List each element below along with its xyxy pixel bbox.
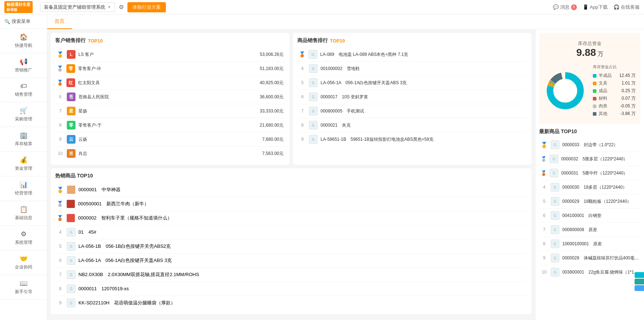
customer-ranking-table: 🥇 L LS 客户 53,006.26元 🥈 零 零售客户-许 51,183.0… [55, 48, 285, 160]
guide-icon: 📖 [20, 279, 28, 287]
chart-title: 库存资金占比 [593, 64, 636, 70]
product-image: G [551, 268, 559, 276]
product-image: G [67, 256, 76, 265]
list-item[interactable]: 9 G LA-59651-1B 59651-1B旋转投影灯电池盒ABS黑色+58… [297, 132, 527, 146]
silver-medal-icon: 🥈 [541, 156, 547, 162]
list-item[interactable]: 5 G 0000029 18颗粒板（1220*2440） [539, 194, 640, 209]
sidebar-label: 系统管理 [15, 239, 32, 246]
legend-item: 材料 0.07 万 [593, 95, 636, 102]
list-item[interactable]: 8 零 零售客户-于 21,680.00元 [55, 118, 285, 132]
sidebar-label: 销售管理 [15, 91, 32, 98]
list-item[interactable]: 8 G 0000021 夹克 [297, 118, 527, 132]
list-item[interactable]: 7 G NB2.0X30B 2.0X30MM双搓花轴,搓花直径2.1MM/ROH… [55, 268, 527, 282]
sidebar-item-basic[interactable]: 📋 基础信息 [0, 201, 47, 226]
phone-icon: 📱 [583, 4, 588, 10]
sidebar-item-quick-nav[interactable]: 🏠 快捷导航 [0, 29, 47, 53]
sidebar-item-cooperation[interactable]: 🤝 企业协同 [0, 250, 47, 275]
avatar: 肖 [67, 149, 76, 158]
list-item[interactable]: 🥉 G LA-089 电池盖 LA-089 ABS本色+黑种 7.1克 [297, 48, 527, 62]
sidebar-item-inventory[interactable]: 🏢 库存核算 [0, 127, 47, 152]
product-image: G [67, 284, 76, 293]
marketing-icon: 📢 [20, 58, 28, 66]
topbar: 畅捷通好生意 标准版 装备及固定资产辅助管理系统 ▼ ⚙ 体验行业方案 💬 消息… [0, 0, 644, 15]
sidebar-label: 资金管理 [15, 165, 32, 172]
list-item[interactable]: 9 G 0000028 体碱荔枝味苏打饮品400毫升（1*15） [539, 251, 640, 265]
sidebar-item-purchase[interactable]: 🛒 采购管理 [0, 102, 47, 127]
list-item[interactable]: 🥉 G 0000031 5厘中纤（1220*2440） [539, 166, 640, 180]
list-item[interactable]: 🥈 000500001 新西兰牛肉（新牛） [55, 197, 527, 211]
sidebar-label: 新手引导 [15, 289, 32, 295]
list-item[interactable]: 6 G 004100001 白钢垫 [539, 209, 640, 223]
list-item[interactable]: 4 G 001000002 雪地鞋 [297, 62, 527, 76]
hot-products-card: 热销商品 TOP10 🥇 0000001 中华神器 🥈 000500001 新西… [51, 168, 531, 314]
list-item[interactable]: 6 苍 苍南县人民医院 36,600.00元 [55, 90, 285, 104]
customer-service-button[interactable]: 客服热线 [635, 272, 644, 278]
system-selector[interactable]: 装备及固定资产辅助管理系统 ▼ [40, 3, 115, 12]
list-item[interactable]: 8 G 10000100001 原差 [539, 237, 640, 251]
list-item[interactable]: 10 G 003800001 22g鱼豆腐·烧烤味（1*12*20） [539, 265, 640, 279]
avatar: 云 [67, 135, 76, 144]
list-item[interactable]: 8 G 0000011 12070519-xs [55, 282, 527, 296]
sidebar-item-sales[interactable]: 🏷 销售管理 [0, 78, 47, 102]
app-download-button[interactable]: 📱 App下载 [583, 4, 608, 11]
legend-color [593, 74, 596, 78]
list-item[interactable]: 9 G KK-SD22110H 花语萌值温分腿睡袋（厚款） [55, 296, 527, 310]
list-item[interactable]: 🥈 零 零售客户-许 51,183.00元 [55, 62, 285, 76]
svg-point-6 [554, 80, 576, 102]
product-image: G [309, 107, 318, 115]
ranking-section: 客户销售排行 TOP10 🥇 L LS 客户 53,006.26元 [51, 33, 531, 165]
sidebar-item-marketing[interactable]: 📢 营销推广 [0, 53, 47, 78]
sidebar-item-system[interactable]: ⚙ 系统管理 [0, 226, 47, 250]
list-item[interactable]: 7 G 000800008 原差 [539, 223, 640, 237]
list-item[interactable]: 🥇 G 0000033 封边带（1.0*22） [539, 138, 640, 152]
legend-color [593, 112, 596, 116]
list-item[interactable]: 6 G LA-056-1A 056-1A白色按键开关盖ABS 3克 [55, 254, 527, 268]
product-ranking-table: 🥉 G LA-089 电池盖 LA-089 ABS本色+黑种 7.1克 4 G … [297, 48, 527, 146]
messages-button[interactable]: 💬 消息 6 [553, 4, 577, 11]
list-item[interactable]: 4 G 0000030 18多层（1220*2440） [539, 180, 640, 194]
list-item[interactable]: 🥇 L LS 客户 53,006.26元 [55, 48, 285, 62]
new-products-list: 🥇 G 0000033 封边带（1.0*22） 🥈 G 0000032 5厘多层… [539, 138, 640, 279]
customer-ranking-title: 客户销售排行 TOP10 [55, 37, 285, 44]
sidebar-item-operations[interactable]: 📊 经营管理 [0, 176, 47, 201]
list-item[interactable]: 9 云 云扬 7,680.00元 [55, 132, 285, 147]
logo: 畅捷通好生意 标准版 [4, 1, 33, 13]
avatar: 零 [66, 64, 75, 73]
product-image: G [551, 197, 559, 206]
trial-button[interactable]: 体验行业方案 [127, 2, 166, 12]
dashboard-main: 客户销售排行 TOP10 🥇 L LS 客户 53,006.26元 [47, 29, 535, 320]
search-menu[interactable]: 🔍 搜索菜单 [0, 15, 47, 29]
product-image: G [309, 78, 318, 87]
list-item[interactable]: 🥇 0000001 中华神器 [55, 183, 527, 197]
sidebar-item-guide[interactable]: 📖 新手引导 [0, 275, 47, 300]
hot-products-list: 🥇 0000001 中华神器 🥈 000500001 新西兰牛肉（新牛） 🥉 [55, 183, 527, 310]
dashboard: 客户销售排行 TOP10 🥇 L LS 客户 53,006.26元 [47, 29, 644, 320]
online-service-button[interactable]: 🎧 在线客服 [614, 4, 640, 11]
list-item[interactable]: 7 G 000800005 手机测试 [297, 104, 527, 118]
sidebar-label: 快捷导航 [15, 42, 32, 49]
tab-home[interactable]: 首页 [47, 15, 72, 29]
list-item[interactable]: 6 G 0000017 10S 变斜罗浆 [297, 90, 527, 104]
list-item[interactable]: 5 G LA-056-1A 056-1A白色按键开关盖ABS 3克 [297, 76, 527, 90]
live-button[interactable]: 直播 [635, 285, 644, 291]
product-image: G [67, 228, 76, 237]
product-image: G [67, 270, 76, 279]
inventory-summary-card: 库存总资金 9.88 万 [539, 33, 640, 124]
product-image: G [67, 242, 76, 251]
product-image [66, 214, 75, 222]
list-item[interactable]: 🥉 0000002 智利车子里（规格不知道填什么） [55, 211, 527, 225]
headset-icon: 🎧 [614, 4, 619, 10]
avatar: 星 [67, 107, 76, 115]
list-item[interactable]: 7 星 星扬 33,333.00元 [55, 104, 285, 118]
list-item[interactable]: 5 G LA-056-1B 056-1B白色按键开关壳ABS2克 [55, 239, 527, 254]
list-item[interactable]: 🥈 G 0000032 5厘多层（1220*2440） [539, 152, 640, 166]
list-item[interactable]: 🥉 红 红太阳文具 40,925.00元 [55, 76, 285, 90]
list-item[interactable]: 4 G 01 45# [55, 225, 527, 239]
product-ranking-title: 商品销售排行 TOP10 [297, 37, 527, 44]
service-community-button[interactable]: 服务社区 [635, 279, 644, 284]
list-item[interactable]: 10 肖 肖总 7,563.00元 [55, 147, 285, 160]
hot-products-title: 热销商品 TOP10 [55, 173, 527, 179]
product-image: G [309, 93, 318, 101]
sidebar-item-finance[interactable]: 💰 资金管理 [0, 152, 47, 176]
settings-icon[interactable]: ⚙ [119, 4, 124, 11]
